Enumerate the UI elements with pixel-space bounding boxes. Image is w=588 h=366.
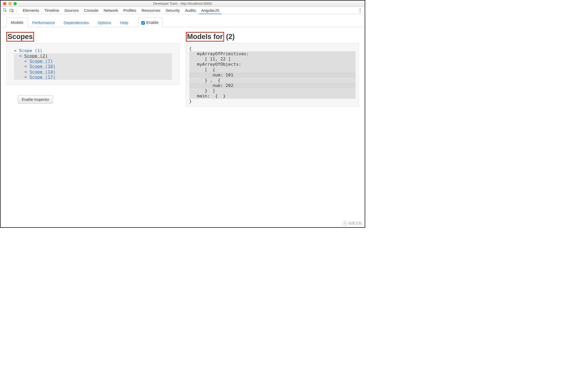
- model-line: [ {: [189, 67, 356, 73]
- model-line: myArrayOfPrimitives:: [189, 51, 356, 57]
- angular-subtabs: ModelsPerformanceDependenciesOptionsHelp…: [1, 14, 365, 27]
- window-title: Developer Tools - http://localhost:9000/: [1, 2, 365, 5]
- tab-profiles[interactable]: Profiles: [121, 7, 138, 14]
- watermark-logo-icon: X: [342, 221, 347, 226]
- models-content: { myArrayOfPrimitives: [ 11, 22 ] myArra…: [189, 46, 356, 104]
- subtab-help[interactable]: Help: [116, 18, 133, 27]
- tab-timeline[interactable]: Timeline: [42, 7, 61, 14]
- model-line: num: 202: [189, 83, 356, 88]
- enable-checkbox[interactable]: [141, 21, 145, 25]
- tab-audits[interactable]: Audits: [183, 7, 198, 14]
- model-line: } , {: [189, 78, 356, 83]
- tab-angularjs[interactable]: AngularJS: [199, 7, 221, 14]
- scopes-title-text: Scopes: [6, 32, 34, 42]
- subtab-options[interactable]: Options: [93, 18, 116, 27]
- scopes-title: Scopes: [6, 32, 180, 42]
- scope-node[interactable]: < Scope (10): [14, 64, 172, 69]
- subtab-enable[interactable]: Enable: [138, 18, 163, 27]
- model-line: }: [189, 99, 356, 104]
- devtools-tabbar: ElementsTimelineSourcesConsoleNetworkPro…: [1, 7, 365, 14]
- tab-sources[interactable]: Sources: [62, 7, 81, 14]
- scope-node[interactable]: < Scope (1): [14, 48, 172, 53]
- tab-network[interactable]: Network: [102, 7, 120, 14]
- subtab-performance[interactable]: Performance: [28, 18, 59, 27]
- enable-inspector-button[interactable]: Enable Inspector: [18, 95, 53, 104]
- subtab-dependencies[interactable]: Dependencies: [59, 18, 93, 27]
- watermark: X 创新互联: [342, 221, 362, 226]
- inspect-element-icon[interactable]: [3, 8, 8, 13]
- scopes-card: < Scope (1) < Scope (2) < Scope (7) < Sc…: [6, 43, 180, 85]
- scope-node[interactable]: < Scope (2): [14, 53, 172, 59]
- tab-security[interactable]: Security: [164, 7, 182, 14]
- models-title-prefix: Models for: [186, 32, 224, 42]
- enable-label: Enable: [146, 20, 159, 25]
- subtab-models[interactable]: Models: [6, 18, 28, 27]
- model-line: [ 11, 22 ]: [189, 57, 356, 62]
- scope-node[interactable]: < Scope (14): [14, 69, 172, 75]
- watermark-text: 创新互联: [348, 221, 362, 226]
- scope-block: < Scope (2) < Scope (7) < Scope (10) < S…: [14, 53, 172, 80]
- scope-node[interactable]: < Scope (7): [14, 59, 172, 64]
- tab-console[interactable]: Console: [82, 7, 101, 14]
- models-card: { myArrayOfPrimitives: [ 11, 22 ] myArra…: [186, 43, 359, 107]
- model-line: {: [189, 46, 356, 51]
- kebab-menu-icon[interactable]: [357, 8, 363, 13]
- tab-resources[interactable]: Resources: [140, 7, 163, 14]
- scope-node[interactable]: < Scope (17): [14, 75, 172, 80]
- scopes-tree: < Scope (1) < Scope (2) < Scope (7) < Sc…: [14, 48, 172, 80]
- model-line: myArrayOfObjects:: [189, 62, 356, 67]
- model-line: main: { }: [189, 93, 356, 99]
- tab-elements[interactable]: Elements: [21, 7, 41, 14]
- window-titlebar: Developer Tools - http://localhost:9000/: [1, 1, 365, 7]
- scopes-column: Scopes < Scope (1) < Scope (2) < Scope (…: [6, 32, 180, 104]
- panels: Scopes < Scope (1) < Scope (2) < Scope (…: [1, 27, 365, 112]
- models-title: Models for (2): [186, 32, 359, 42]
- svg-rect-2: [12, 10, 13, 12]
- models-column: Models for (2) { myArrayOfPrimitives: [ …: [186, 32, 359, 107]
- device-toggle-icon[interactable]: [9, 8, 14, 13]
- model-line: num: 101: [189, 73, 356, 78]
- models-title-suffix: (2): [226, 33, 235, 41]
- divider: [17, 8, 17, 13]
- model-line: } ]: [189, 88, 356, 93]
